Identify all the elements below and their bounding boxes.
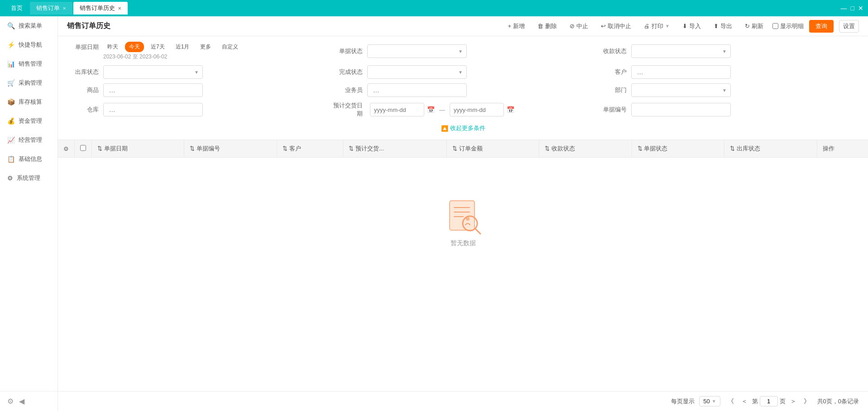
sidebar-settings-icon[interactable]: ⚙: [7, 397, 14, 406]
sidebar-quicknav-label: 快捷导航: [19, 41, 42, 49]
th-customer: ⇅ 客户: [277, 140, 343, 158]
chip-custom[interactable]: 自定义: [218, 42, 242, 52]
sidebar-bottom: ⚙ ◀: [0, 391, 58, 411]
dept-label: 部门: [595, 86, 631, 94]
filter-row-1: 单据日期 昨天 今天 近7天 近1月 更多 自定义 2023-06-02 至 2…: [67, 42, 859, 61]
refresh-button[interactable]: ↻ 刷新: [741, 20, 767, 32]
sidebar-item-system[interactable]: ⚙ 系统管理: [0, 169, 58, 188]
sort-doc-status[interactable]: ⇅ 单据状态: [638, 145, 719, 153]
sort-amount[interactable]: ⇅ 订单金额: [452, 145, 533, 153]
window-close-icon[interactable]: ✕: [858, 5, 863, 12]
tab-sales-order[interactable]: 销售订单 ✕: [30, 2, 72, 15]
sidebar-item-finance[interactable]: 💰 资金管理: [0, 111, 58, 131]
display-detail-checkbox[interactable]: [772, 23, 778, 29]
th-number: ⇅ 单据编号: [184, 140, 277, 158]
payment-status-select[interactable]: ▼: [631, 44, 731, 58]
print-button[interactable]: 🖨 打印 ▼: [640, 20, 673, 32]
goods-dots: ...: [107, 86, 117, 94]
stop-button[interactable]: ⊘ 中止: [566, 20, 592, 32]
sidebar-item-search[interactable]: 🔍 搜索菜单: [0, 16, 58, 35]
last-page-btn[interactable]: 》: [801, 396, 813, 406]
chip-1month[interactable]: 近1月: [172, 42, 194, 52]
customer-input[interactable]: ...: [631, 65, 731, 79]
tab-sales-history[interactable]: 销售订单历史 ✕: [73, 2, 128, 15]
delete-button[interactable]: 🗑 删除: [534, 20, 561, 32]
page-number-input[interactable]: [760, 396, 778, 406]
sort-date[interactable]: ⇅ 单据日期: [97, 145, 178, 153]
tab-sales-order-close[interactable]: ✕: [62, 6, 66, 11]
delivery-date-end[interactable]: [450, 103, 504, 116]
sidebar-item-quicknav[interactable]: ⚡ 快捷导航: [0, 35, 58, 54]
sort-number[interactable]: ⇅ 单据编号: [190, 145, 271, 153]
th-doc-status-label: ⇅ 单据状态: [638, 145, 668, 153]
th-delivery: ⇅ 预计交货...: [343, 140, 447, 158]
refresh-label: 刷新: [752, 22, 763, 30]
next-page-btn[interactable]: ＞: [787, 396, 799, 406]
prev-page-btn[interactable]: ＜: [739, 396, 750, 406]
sort-outbound[interactable]: ⇅ 出库状态: [730, 145, 811, 153]
cal-end-icon[interactable]: 📅: [507, 106, 514, 113]
toolbar: + 新增 🗑 删除 ⊘ 中止 ↩ 取消中止 🖨 打印: [504, 20, 859, 33]
th-outbound: ⇅ 出库状态: [724, 140, 817, 158]
sidebar-item-purchase[interactable]: 🛒 采购管理: [0, 73, 58, 92]
doc-status-label: 单据状态: [331, 47, 367, 55]
tab-sales-history-label: 销售订单历史: [80, 4, 115, 12]
warehouse-input[interactable]: ...: [103, 103, 203, 116]
complete-label: 完成状态: [331, 68, 367, 76]
svg-point-7: [466, 217, 470, 221]
tab-home[interactable]: 首页: [5, 2, 29, 15]
chip-yesterday[interactable]: 昨天: [103, 42, 122, 52]
dept-select[interactable]: ▼: [631, 83, 731, 97]
th-payment-label: ⇅ 收款状态: [545, 145, 575, 153]
chip-7days[interactable]: 近7天: [147, 42, 169, 52]
select-all-checkbox[interactable]: [80, 145, 86, 151]
date-separator: —: [437, 106, 447, 113]
window-minimize-icon[interactable]: —: [841, 5, 847, 12]
sales-icon: 📊: [7, 60, 15, 68]
query-button[interactable]: 查询: [809, 20, 834, 33]
table-settings-icon[interactable]: ⚙: [63, 145, 69, 152]
first-page-btn[interactable]: 《: [725, 396, 737, 406]
outbound-select[interactable]: ▼: [103, 65, 203, 79]
cancel-stop-button[interactable]: ↩ 取消中止: [597, 20, 635, 32]
setting-button[interactable]: 设置: [839, 20, 859, 33]
sidebar-item-operations[interactable]: 📈 经营管理: [0, 131, 58, 150]
doc-number-input[interactable]: [631, 103, 731, 116]
th-amount-label: ⇅ 订单金额: [452, 145, 483, 153]
collapse-filters-btn[interactable]: 🔼 收起更多条件: [441, 122, 485, 134]
import-button[interactable]: ⬇ 导入: [679, 20, 705, 32]
inventory-icon: 📦: [7, 98, 15, 106]
sidebar-collapse-icon[interactable]: ◀: [19, 397, 24, 406]
export-button[interactable]: ⬆ 导出: [710, 20, 736, 32]
salesperson-input[interactable]: ...: [367, 83, 467, 97]
cancel-stop-label: 取消中止: [608, 22, 631, 30]
top-bar: 首页 销售订单 ✕ 销售订单历史 ✕ — □ ✕: [0, 0, 868, 16]
sidebar-finance-label: 资金管理: [19, 117, 42, 125]
sort-payment[interactable]: ⇅ 收款状态: [545, 145, 626, 153]
sidebar-item-basics[interactable]: 📋 基础信息: [0, 150, 58, 169]
table-header: ⚙ ⇅ 单据日期 ⇅ 单据编号: [58, 140, 868, 158]
purchase-icon: 🛒: [7, 79, 15, 87]
chip-more[interactable]: 更多: [196, 42, 215, 52]
export-label: 导出: [720, 22, 732, 30]
delivery-date-start[interactable]: [370, 103, 424, 116]
th-action-label: 操作: [823, 145, 834, 152]
chip-today[interactable]: 今天: [125, 42, 144, 52]
total-info: 共0页，0条记录: [817, 397, 859, 406]
sort-customer[interactable]: ⇅ 客户: [283, 145, 337, 153]
display-detail-toggle[interactable]: 显示明细: [772, 22, 804, 30]
sidebar-item-inventory[interactable]: 📦 库存核算: [0, 92, 58, 111]
goods-input[interactable]: ...: [103, 83, 203, 97]
sidebar-item-sales[interactable]: 📊 销售管理: [0, 54, 58, 73]
tab-sales-history-close[interactable]: ✕: [118, 6, 121, 11]
page-size-select[interactable]: 50 ▼: [699, 396, 720, 406]
cal-start-icon[interactable]: 📅: [427, 106, 435, 113]
complete-select[interactable]: ▼: [367, 65, 467, 79]
doc-status-chevron: ▼: [458, 49, 463, 54]
th-checkbox: [75, 140, 92, 158]
window-maximize-icon[interactable]: □: [851, 5, 854, 12]
add-button[interactable]: + 新增: [504, 20, 529, 32]
goods-label: 商品: [67, 86, 103, 94]
doc-status-select[interactable]: ▼: [367, 44, 467, 58]
sort-delivery[interactable]: ⇅ 预计交货...: [349, 145, 441, 153]
